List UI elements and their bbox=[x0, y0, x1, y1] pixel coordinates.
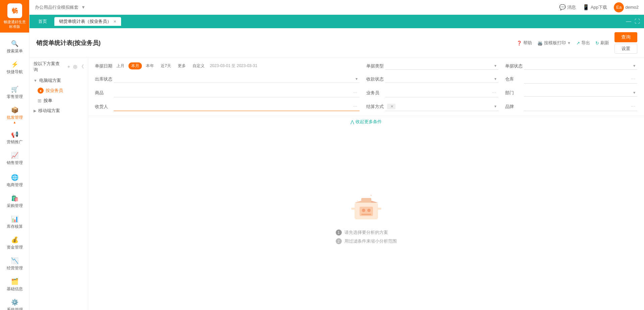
warehouse-more-icon[interactable]: ··· bbox=[631, 76, 635, 82]
tab-home[interactable]: 首页 bbox=[34, 17, 52, 26]
warehouse-label: 仓库 bbox=[505, 76, 524, 82]
date-label: 单据日期 bbox=[95, 63, 114, 69]
sidebar-item-retail-label: 零售管理 bbox=[7, 94, 23, 100]
doc-type-control[interactable]: ▾ bbox=[385, 62, 498, 70]
sidebar-item-ecommerce[interactable]: 🌐 电商管理 bbox=[0, 170, 29, 191]
scheme-item-by-order[interactable]: ⊞ 按单 bbox=[30, 96, 88, 106]
sidebar-item-finance[interactable]: 💰 资金管理 bbox=[0, 233, 29, 254]
empty-step1: 1 请先选择要分析的方案 bbox=[336, 229, 397, 236]
main-area: 办公用品行业模拟账套 ▼ 💬 消息 📱 App下载 Ea demo2 首页 销货… bbox=[30, 0, 644, 310]
logo-text: 畅捷通好生意标准版 bbox=[4, 19, 26, 29]
receipt-status-control[interactable]: ▾ bbox=[385, 75, 498, 83]
brand-control[interactable]: ··· bbox=[524, 102, 637, 111]
message-label: 消息 bbox=[567, 4, 576, 10]
settle-method-control[interactable]: ✕ ▾ bbox=[385, 102, 498, 111]
sidebar-item-base[interactable]: 🗂️ 基础信息 bbox=[0, 274, 29, 295]
scheme-section-pc[interactable]: ▼ 电脑端方案 bbox=[30, 75, 88, 86]
scheme-item-by-salesperson[interactable]: ● 按业务员 bbox=[30, 86, 88, 96]
receiver-control[interactable]: ··· bbox=[114, 102, 360, 111]
salesperson-label: 业务员 bbox=[366, 90, 385, 96]
step2-text: 用过滤条件来缩小分析范围 bbox=[344, 238, 397, 244]
date-btn-7days[interactable]: 近7天 bbox=[158, 62, 174, 69]
department-control[interactable]: ▾ bbox=[524, 89, 637, 97]
goods-more-icon[interactable]: ··· bbox=[353, 90, 357, 96]
topbar-right: 💬 消息 📱 App下载 Ea demo2 bbox=[559, 2, 639, 12]
date-row: 上月 本月 本年 近7天 更多 自定义 2023-03-01 至 2023-03… bbox=[114, 62, 257, 69]
out-status-caret-icon: ▾ bbox=[356, 76, 358, 81]
search-icon: 🔍 bbox=[11, 40, 18, 47]
tab-close-icon[interactable]: ✕ bbox=[113, 19, 116, 24]
sidebar-item-system[interactable]: ⚙️ 系统管理 bbox=[0, 295, 29, 310]
sidebar-item-inventory-label: 库存核算 bbox=[7, 224, 23, 229]
settings-button[interactable]: 设置 bbox=[614, 44, 637, 54]
sidebar-item-wholesale[interactable]: 📦 批发管理 ▲ bbox=[0, 103, 29, 127]
sidebar-item-sales-label: 销售管理 bbox=[7, 160, 23, 166]
doc-status-control[interactable]: ▾ bbox=[524, 62, 637, 70]
svg-rect-3 bbox=[361, 198, 371, 203]
app-download-button[interactable]: 📱 App下载 bbox=[583, 4, 607, 10]
purchase-icon: 🛍️ bbox=[11, 195, 18, 202]
salesperson-more-icon[interactable]: ··· bbox=[492, 90, 496, 96]
ecommerce-icon: 🌐 bbox=[11, 174, 18, 181]
app-download-label: App下载 bbox=[591, 4, 607, 10]
date-btn-more[interactable]: 更多 bbox=[175, 62, 189, 69]
out-status-control[interactable]: ▾ bbox=[114, 75, 360, 83]
system-icon: ⚙️ bbox=[11, 299, 18, 306]
scheme-order-icon: ⊞ bbox=[38, 98, 42, 103]
sidebar-item-purchase[interactable]: 🛍️ 采购管理 bbox=[0, 191, 29, 212]
date-buttons: 上月 本月 本年 近7天 更多 自定义 bbox=[114, 62, 207, 69]
date-btn-custom[interactable]: 自定义 bbox=[190, 62, 207, 69]
finance-icon: 💰 bbox=[11, 236, 18, 244]
warehouse-control[interactable]: ··· bbox=[524, 74, 637, 84]
sidebar-item-search[interactable]: 🔍 搜索菜单 bbox=[0, 37, 29, 57]
filter-goods: 商品 ··· bbox=[95, 88, 360, 97]
logo-area: 畅 畅捷通好生意标准版 bbox=[0, 0, 29, 33]
step1-num: 1 bbox=[336, 229, 342, 236]
brand-more-icon[interactable]: ··· bbox=[631, 103, 635, 109]
left-panel: 按以下方案查询 ＋ ◎ 《 ▼ 电脑端方案 ● 按业务员 bbox=[30, 57, 88, 310]
scheme-order-label: 按单 bbox=[44, 98, 52, 104]
date-btn-this-month[interactable]: 本月 bbox=[128, 62, 142, 69]
date-btn-last-month[interactable]: 上月 bbox=[114, 62, 127, 69]
salesperson-control[interactable]: ··· bbox=[385, 88, 498, 97]
scheme-section-mobile[interactable]: ▶ 移动端方案 bbox=[30, 106, 88, 116]
user-menu[interactable]: Ea demo2 bbox=[614, 2, 639, 12]
sidebar-item-sales[interactable]: 📈 销售管理 bbox=[0, 148, 29, 169]
message-button[interactable]: 💬 消息 bbox=[559, 4, 576, 10]
export-button[interactable]: ↗ 导出 bbox=[576, 40, 590, 46]
doc-status-caret-icon: ▾ bbox=[633, 63, 635, 68]
tab-sales-report[interactable]: 销货单统计表（按业务员） ✕ bbox=[54, 17, 121, 26]
print-button[interactable]: 🖨️ 按模板打印 ▼ bbox=[537, 40, 571, 46]
date-range-value: 2023-03-01 至 2023-03-31 bbox=[210, 63, 257, 69]
date-btn-this-year[interactable]: 本年 bbox=[143, 62, 157, 69]
sidebar-item-inventory[interactable]: 📊 库存核算 bbox=[0, 212, 29, 233]
filter-doc-type: 单据类型 ▾ bbox=[366, 62, 498, 70]
collapse-button[interactable]: ⋀ 收起更多条件 bbox=[351, 119, 382, 125]
sidebar-item-retail[interactable]: 🛒 零售管理 bbox=[0, 82, 29, 103]
print-label: 按模板打印 bbox=[544, 40, 566, 46]
settings-scheme-icon[interactable]: ◎ bbox=[73, 64, 77, 70]
add-scheme-icon[interactable]: ＋ bbox=[66, 64, 71, 70]
tab-minimize-icon[interactable]: — bbox=[626, 18, 631, 24]
sidebar-item-operation[interactable]: 📉 经营管理 bbox=[0, 254, 29, 274]
settle-method-clear-icon[interactable]: ✕ bbox=[390, 104, 393, 109]
receiver-more-icon[interactable]: ··· bbox=[353, 103, 357, 109]
filter-row-2: 出库状态 ▾ 收款状态 ▾ bbox=[95, 74, 637, 84]
refresh-button[interactable]: ↻ 刷新 bbox=[595, 40, 609, 46]
logo-icon: 畅 bbox=[7, 3, 22, 18]
tab-maximize-icon[interactable]: ⛶ bbox=[635, 18, 640, 24]
wholesale-icon: 📦 bbox=[11, 106, 18, 114]
settle-method-caret-icon: ▾ bbox=[494, 104, 496, 109]
left-panel-icons: ＋ ◎ 《 bbox=[66, 64, 84, 70]
svg-rect-9 bbox=[361, 214, 371, 215]
account-dropdown-icon[interactable]: ▼ bbox=[81, 5, 86, 10]
help-button[interactable]: ❓ 帮助 bbox=[517, 40, 532, 46]
sidebar-item-quick-nav[interactable]: ⚡ 快捷导航 bbox=[0, 57, 29, 78]
sidebar-search-section: 🔍 搜索菜单 ⚡ 快捷导航 bbox=[0, 33, 29, 81]
query-button[interactable]: 查询 bbox=[614, 32, 637, 42]
scheme-salesperson-label: 按业务员 bbox=[46, 88, 63, 94]
doc-status-label: 单据状态 bbox=[505, 63, 524, 69]
sidebar-item-marketing[interactable]: 📢 营销推广 bbox=[0, 127, 29, 148]
goods-control[interactable]: ··· bbox=[114, 88, 360, 97]
collapse-panel-icon[interactable]: 《 bbox=[79, 64, 84, 70]
